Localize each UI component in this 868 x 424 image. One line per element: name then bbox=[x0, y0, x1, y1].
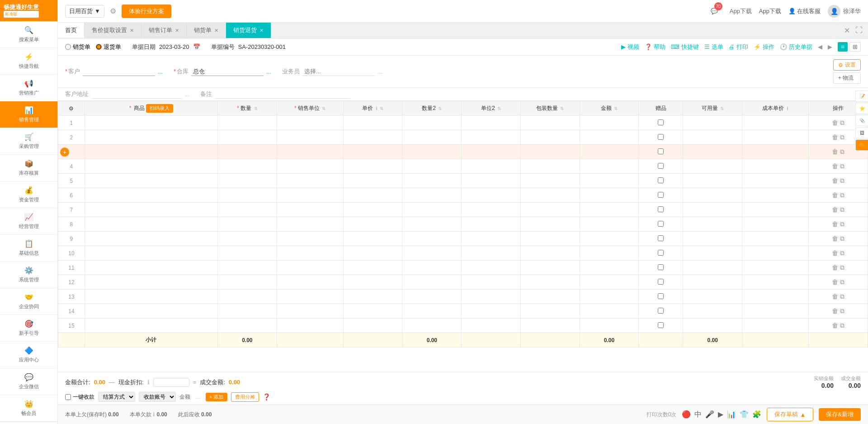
qty-sort-icon[interactable]: ⇅ bbox=[254, 106, 258, 111]
product-cell[interactable] bbox=[85, 174, 217, 188]
quantity2-cell[interactable] bbox=[402, 319, 462, 333]
sidebar-item-marketing[interactable]: 📢 营销推广 bbox=[0, 75, 57, 101]
gift-checkbox[interactable] bbox=[658, 119, 664, 125]
warehouse-input[interactable] bbox=[191, 67, 264, 76]
pkgqty-cell[interactable] bbox=[520, 261, 580, 275]
quantity2-cell[interactable] bbox=[402, 217, 462, 232]
sidebar-item-inventory[interactable]: 📦 库存核算 bbox=[0, 155, 57, 181]
price-cell[interactable] bbox=[343, 261, 402, 275]
unit-cell[interactable] bbox=[277, 232, 343, 246]
pkgqty-cell[interactable] bbox=[520, 159, 580, 174]
customer-input[interactable] bbox=[83, 67, 155, 76]
delete-row-btn[interactable]: 🗑 bbox=[831, 321, 839, 330]
amount-cell[interactable] bbox=[580, 304, 639, 319]
copy-row-btn[interactable]: ⧉ bbox=[839, 118, 845, 128]
pkgqty-cell[interactable] bbox=[520, 174, 580, 188]
pkg-sort-icon[interactable]: ⇅ bbox=[560, 106, 564, 111]
copy-row-btn[interactable]: ⧉ bbox=[839, 263, 845, 272]
sidebar-item-newbie[interactable]: 🎯 新手引导 bbox=[0, 315, 57, 342]
one-click-checkbox[interactable] bbox=[65, 394, 71, 400]
cost-price-cell[interactable] bbox=[742, 159, 809, 174]
price-cell[interactable] bbox=[343, 174, 402, 188]
delete-row-btn[interactable]: 🗑 bbox=[831, 248, 839, 257]
product-cell[interactable] bbox=[85, 290, 217, 304]
product-cell[interactable] bbox=[85, 304, 217, 319]
pkgqty-cell[interactable] bbox=[520, 275, 580, 290]
price-cell[interactable] bbox=[343, 319, 402, 333]
message-group[interactable]: 💬 70 bbox=[711, 8, 722, 14]
gift-checkbox[interactable] bbox=[658, 293, 664, 299]
cost-price-cell[interactable] bbox=[742, 217, 809, 232]
gift-checkbox[interactable] bbox=[658, 308, 664, 314]
quantity-cell[interactable] bbox=[217, 217, 277, 232]
price-cell[interactable] bbox=[343, 130, 402, 145]
calendar-icon[interactable]: 📅 bbox=[193, 43, 200, 50]
quantity-cell[interactable] bbox=[217, 319, 277, 333]
delete-row-btn[interactable]: 🗑 bbox=[831, 133, 839, 142]
amount-cell[interactable] bbox=[580, 159, 639, 174]
settings-btn[interactable]: ⚙ 设置 bbox=[833, 59, 861, 71]
fee-info-icon[interactable]: ❓ bbox=[263, 393, 270, 400]
table-gear-icon[interactable]: ⚙ bbox=[69, 105, 74, 112]
product-cell[interactable] bbox=[85, 319, 217, 333]
rt-star-btn[interactable]: ⭐ bbox=[855, 103, 868, 114]
price-cell[interactable] bbox=[343, 290, 402, 304]
cost-info-icon[interactable]: ℹ bbox=[787, 106, 788, 111]
gift-checkbox[interactable] bbox=[658, 163, 664, 169]
pkgqty-cell[interactable] bbox=[520, 217, 580, 232]
product-cell[interactable] bbox=[85, 159, 217, 174]
amount-cell[interactable] bbox=[580, 246, 639, 261]
tab-sales-order[interactable]: 销售订单 ✕ bbox=[142, 23, 187, 38]
radio-delivery-input[interactable] bbox=[65, 44, 71, 50]
radio-return[interactable]: 退货单 bbox=[96, 43, 121, 51]
address-select-btn[interactable]: ... bbox=[184, 91, 189, 98]
available-cell[interactable] bbox=[683, 290, 742, 304]
help-btn[interactable]: ❓ 帮助 bbox=[645, 43, 665, 51]
unit2-cell[interactable] bbox=[462, 159, 521, 174]
topbar-gear-icon[interactable]: ⚙ bbox=[110, 7, 116, 15]
copy-row-btn[interactable]: ⧉ bbox=[839, 191, 845, 200]
add-row-btn[interactable]: + bbox=[60, 148, 69, 157]
print-btn[interactable]: 🖨 打印 bbox=[729, 43, 748, 51]
app-download-text[interactable]: App下载 bbox=[759, 7, 781, 15]
unit2-cell[interactable] bbox=[462, 188, 521, 203]
quantity-cell[interactable] bbox=[217, 159, 277, 174]
unit-cell[interactable] bbox=[277, 174, 343, 188]
one-click-payment[interactable]: 一键收款 bbox=[65, 393, 94, 401]
quantity2-cell[interactable] bbox=[402, 188, 462, 203]
sidebar-item-purchase[interactable]: 🛒 采购管理 bbox=[0, 128, 57, 155]
quantity2-cell[interactable] bbox=[402, 246, 462, 261]
available-cell[interactable] bbox=[683, 203, 742, 217]
amount-cell[interactable] bbox=[580, 116, 639, 130]
amount-cell[interactable] bbox=[580, 174, 639, 188]
unit2-cell[interactable] bbox=[462, 261, 521, 275]
prev-record-btn[interactable]: ◀ bbox=[818, 43, 822, 50]
rt-note-btn[interactable]: 📝 bbox=[855, 91, 868, 102]
product-cell[interactable] bbox=[85, 246, 217, 261]
save-new-btn[interactable]: 保存&新增 bbox=[819, 408, 861, 421]
copy-row-btn[interactable]: ⧉ bbox=[839, 162, 845, 171]
gift-checkbox[interactable] bbox=[658, 279, 664, 285]
delete-row-btn[interactable]: 🗑 bbox=[831, 219, 839, 229]
remark-input[interactable] bbox=[215, 90, 350, 99]
product-input[interactable] bbox=[87, 148, 216, 155]
quantity2-cell[interactable] bbox=[402, 116, 462, 130]
available-cell[interactable] bbox=[683, 116, 742, 130]
gift-checkbox[interactable] bbox=[658, 134, 664, 140]
copy-row-btn[interactable]: ⧉ bbox=[839, 277, 845, 287]
quantity-cell[interactable] bbox=[217, 116, 277, 130]
amount-sort-icon[interactable]: ⇅ bbox=[614, 106, 618, 111]
staff-input[interactable] bbox=[302, 67, 375, 76]
maximize-icon[interactable]: ⛶ bbox=[854, 26, 864, 35]
unit-sort-icon[interactable]: ⇅ bbox=[322, 106, 326, 111]
gift-checkbox[interactable] bbox=[658, 192, 664, 198]
cost-price-cell[interactable] bbox=[742, 304, 809, 319]
quantity-cell[interactable] bbox=[217, 174, 277, 188]
delete-row-btn[interactable]: 🗑 bbox=[831, 162, 839, 171]
unit-cell[interactable] bbox=[277, 304, 343, 319]
address-input[interactable] bbox=[91, 90, 182, 99]
gift-checkbox[interactable] bbox=[658, 206, 664, 212]
fee-split-btn[interactable]: 费用分摊 bbox=[231, 392, 259, 402]
industry-select[interactable]: 日用百货 ▼ bbox=[65, 5, 104, 18]
quantity-cell[interactable] bbox=[217, 232, 277, 246]
